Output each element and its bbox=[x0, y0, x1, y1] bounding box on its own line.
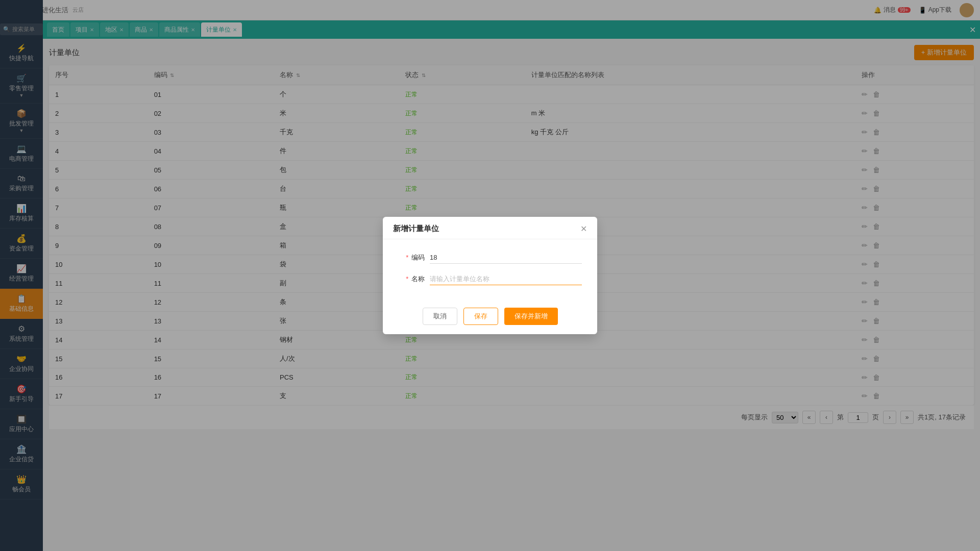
cancel-button[interactable]: 取消 bbox=[423, 308, 457, 325]
modal-close-btn[interactable]: ✕ bbox=[580, 225, 587, 233]
modal-footer: 取消 保存 保存并新增 bbox=[383, 303, 597, 334]
name-input[interactable] bbox=[430, 273, 582, 285]
save-and-new-button[interactable]: 保存并新增 bbox=[504, 308, 558, 325]
required-star: * bbox=[406, 275, 408, 283]
modal-header: 新增计量单位 ✕ bbox=[383, 217, 597, 239]
add-measure-unit-modal: 新增计量单位 ✕ * 编码 * 名称 取消 保存 保存并新增 bbox=[383, 217, 597, 334]
required-star: * bbox=[406, 254, 408, 261]
form-row-name: * 名称 bbox=[398, 273, 582, 285]
code-label: * 编码 bbox=[398, 253, 425, 262]
code-input[interactable] bbox=[430, 252, 582, 264]
modal-title: 新增计量单位 bbox=[393, 224, 439, 234]
modal-overlay[interactable]: 新增计量单位 ✕ * 编码 * 名称 取消 保存 保存并新增 bbox=[0, 0, 980, 551]
modal-body: * 编码 * 名称 bbox=[383, 239, 597, 303]
form-row-code: * 编码 bbox=[398, 252, 582, 264]
name-label: * 名称 bbox=[398, 274, 425, 284]
save-button[interactable]: 保存 bbox=[463, 308, 498, 325]
